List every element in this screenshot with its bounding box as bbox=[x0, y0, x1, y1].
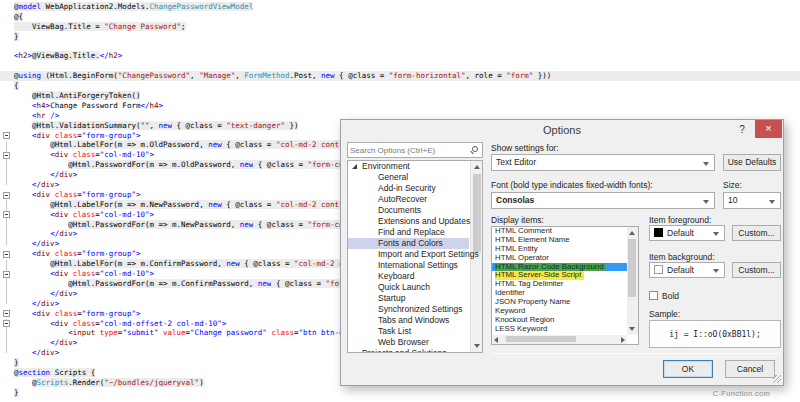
background-custom-button[interactable]: Custom... bbox=[732, 262, 781, 278]
tree-item[interactable]: AutoRecover bbox=[348, 194, 469, 205]
chevron-down-icon bbox=[713, 269, 719, 273]
tree-item[interactable]: Web Browser bbox=[348, 337, 469, 348]
code-line: { bbox=[0, 81, 800, 91]
tree-item[interactable]: Tabs and Windows bbox=[348, 315, 469, 326]
fold-connector bbox=[6, 220, 7, 235]
item-foreground-label: Item foreground: bbox=[649, 215, 711, 225]
divider bbox=[491, 353, 781, 354]
tree-item[interactable]: Import and Export Settings bbox=[348, 249, 469, 260]
chevron-down-icon bbox=[713, 232, 719, 236]
fold-connector bbox=[6, 279, 7, 294]
item-foreground-dropdown[interactable]: Default bbox=[649, 225, 725, 241]
tree-item[interactable]: Extensions and Updates bbox=[348, 216, 469, 227]
dialog-titlebar[interactable]: Options ? × bbox=[341, 120, 783, 140]
bold-checkbox[interactable] bbox=[649, 291, 658, 300]
fold-toggle[interactable] bbox=[3, 320, 10, 327]
tree-item[interactable]: Task List bbox=[348, 326, 469, 337]
display-scroll-thumb[interactable] bbox=[628, 239, 636, 297]
font-label: Font (bold type indicates fixed-width fo… bbox=[491, 180, 653, 190]
options-dialog: Options ? × EnvironmentGeneralAdd-in Sec… bbox=[340, 119, 784, 386]
code-line: @model WebApplication2.Models.ChangePass… bbox=[0, 2, 800, 12]
display-items-scrollbar[interactable] bbox=[627, 227, 638, 335]
size-label: Size: bbox=[723, 180, 742, 190]
tree-item[interactable]: Projects and Solutions bbox=[348, 348, 469, 353]
scroll-left-icon[interactable] bbox=[494, 337, 498, 343]
display-hscroll-thumb[interactable] bbox=[506, 336, 576, 342]
size-dropdown[interactable]: 10 bbox=[723, 192, 781, 209]
code-line bbox=[0, 42, 800, 52]
close-icon: × bbox=[765, 122, 771, 134]
display-items-label: Display items: bbox=[491, 215, 544, 225]
tree-item[interactable]: General bbox=[348, 172, 469, 183]
code-line: @using (Html.BeginForm("ChangePassword",… bbox=[0, 71, 800, 81]
dialog-title: Options bbox=[341, 124, 783, 136]
scroll-down-icon[interactable] bbox=[629, 327, 635, 331]
chevron-down-icon bbox=[769, 200, 775, 204]
search-box bbox=[347, 142, 483, 158]
tree-item[interactable]: Synchronized Settings bbox=[348, 304, 469, 315]
font-dropdown[interactable]: Consolas bbox=[491, 192, 715, 209]
resize-grip[interactable] bbox=[773, 375, 781, 383]
code-line: @Html.AntiForgeryToken() bbox=[0, 91, 800, 101]
scroll-down-icon[interactable] bbox=[474, 344, 480, 348]
fold-toggle[interactable] bbox=[3, 192, 10, 199]
scroll-up-icon[interactable] bbox=[474, 165, 480, 169]
tree-item[interactable]: Startup bbox=[348, 293, 469, 304]
scroll-up-icon[interactable] bbox=[629, 231, 635, 235]
fold-toggle[interactable] bbox=[3, 251, 10, 258]
scroll-right-icon[interactable] bbox=[621, 337, 625, 343]
show-settings-label: Show settings for: bbox=[491, 143, 559, 153]
item-background-dropdown[interactable]: Default bbox=[649, 262, 725, 278]
fold-connector bbox=[6, 329, 7, 344]
sample-preview: ij = I::oO(0xBB1l); bbox=[649, 320, 781, 348]
fold-connector bbox=[6, 161, 7, 176]
tree-item[interactable]: Keyboard bbox=[348, 271, 469, 282]
fold-toggle[interactable] bbox=[3, 211, 10, 218]
show-settings-value: Text Editor bbox=[496, 157, 536, 167]
bold-label: Bold bbox=[662, 291, 679, 301]
show-settings-dropdown[interactable]: Text Editor bbox=[491, 154, 715, 171]
expanded-triangle-icon[interactable] bbox=[352, 164, 357, 169]
fold-toggle[interactable] bbox=[3, 132, 10, 139]
sample-label: Sample: bbox=[649, 309, 680, 319]
code-line: <h2>@ViewBag.Title.</h2> bbox=[0, 51, 800, 61]
tree-item[interactable]: Quick Launch bbox=[348, 282, 469, 293]
code-line: ViewBag.Title = "Change Password"; bbox=[0, 22, 800, 32]
tree-item[interactable]: Fonts and Colors bbox=[348, 238, 469, 249]
background-color-swatch bbox=[654, 265, 663, 274]
font-value: Consolas bbox=[496, 195, 534, 205]
tree-item[interactable]: Documents bbox=[348, 205, 469, 216]
chevron-down-icon bbox=[703, 200, 709, 204]
fold-gutter bbox=[0, 2, 14, 402]
code-line bbox=[0, 61, 800, 71]
code-line: } bbox=[0, 388, 800, 398]
fold-toggle[interactable] bbox=[3, 310, 10, 317]
search-icon bbox=[472, 146, 478, 152]
chevron-down-icon bbox=[703, 162, 709, 166]
use-defaults-button[interactable]: Use Defaults bbox=[723, 154, 781, 171]
help-button[interactable]: ? bbox=[735, 123, 749, 137]
foreground-color-swatch bbox=[654, 228, 663, 237]
item-background-label: Item background: bbox=[649, 252, 715, 262]
cancel-button[interactable]: Cancel bbox=[725, 360, 775, 378]
display-items-list: HTML CommentHTML Element NameHTML Entity… bbox=[491, 226, 639, 345]
code-line: @{ bbox=[0, 12, 800, 22]
display-items-hscrollbar[interactable] bbox=[492, 335, 627, 344]
fold-toggle[interactable] bbox=[3, 271, 10, 278]
foreground-custom-button[interactable]: Custom... bbox=[732, 225, 781, 241]
tree-item[interactable]: Add-in Security bbox=[348, 183, 469, 194]
search-input[interactable] bbox=[350, 143, 466, 157]
settings-tree: EnvironmentGeneralAdd-in SecurityAutoRec… bbox=[347, 160, 483, 353]
display-item[interactable]: LESS Keyword bbox=[492, 325, 628, 334]
tree-item[interactable]: International Settings bbox=[348, 260, 469, 271]
fold-toggle[interactable] bbox=[3, 152, 10, 159]
code-line: } bbox=[0, 32, 800, 42]
ok-button[interactable]: OK bbox=[663, 360, 713, 378]
tree-item-environment[interactable]: Environment bbox=[348, 161, 469, 172]
close-button[interactable]: × bbox=[755, 120, 782, 138]
tree-item[interactable]: Find and Replace bbox=[348, 227, 469, 238]
item-foreground-value: Default bbox=[667, 228, 694, 238]
tree-scroll-thumb[interactable] bbox=[473, 174, 481, 252]
size-value: 10 bbox=[728, 195, 737, 205]
watermark: C-Function.com bbox=[713, 389, 770, 398]
